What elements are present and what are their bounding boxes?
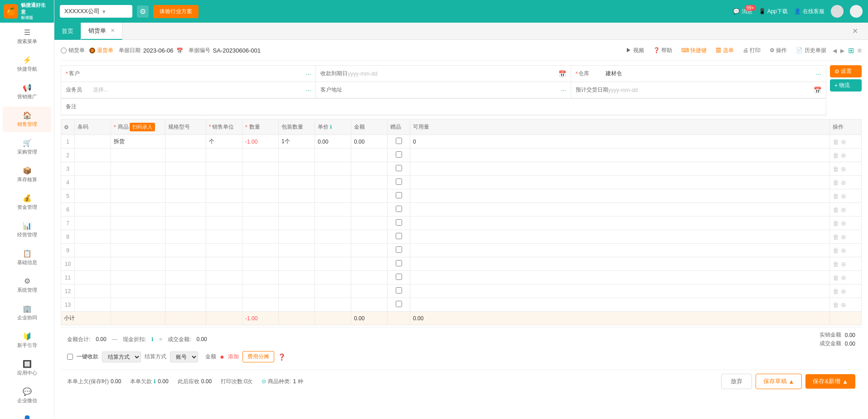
copy-icon[interactable]: ⊕ [841, 152, 846, 159]
copy-icon[interactable]: ⊕ [841, 233, 846, 241]
delete-icon[interactable]: 🗑 [833, 274, 839, 281]
row-barcode-11[interactable] [75, 271, 111, 284]
customer-input[interactable] [96, 71, 304, 77]
copy-icon[interactable]: ⊕ [841, 193, 846, 200]
select-order-btn[interactable]: ☰ 选单 [713, 45, 736, 56]
copy-icon[interactable]: ⊕ [841, 301, 846, 308]
row-gift-9[interactable] [388, 244, 410, 257]
tab-home[interactable]: 首页 [54, 23, 81, 40]
discard-button[interactable]: 放弃 [721, 374, 752, 389]
address-dots-btn[interactable]: ··· [561, 87, 566, 94]
customer-dots-btn[interactable]: ··· [306, 70, 311, 77]
fee-help-icon[interactable]: ❓ [278, 353, 286, 361]
row-barcode-13[interactable] [75, 298, 111, 312]
row-spec-3[interactable] [165, 162, 206, 176]
row-spec-13[interactable] [165, 298, 206, 312]
copy-icon[interactable]: ⊕ [841, 165, 846, 173]
history-btn[interactable]: 📄 历史单据 [793, 45, 829, 56]
one-click-checkbox[interactable] [67, 354, 73, 360]
sidebar-item-purchase[interactable]: 🛒 采购管理 [3, 134, 51, 160]
window-close-btn[interactable]: ✕ [846, 23, 864, 40]
owed-info-icon[interactable]: ℹ [154, 378, 156, 385]
row-gift-13[interactable] [388, 298, 410, 312]
radio-return-input[interactable] [89, 48, 95, 53]
row-barcode-7[interactable] [75, 217, 111, 230]
row-barcode-10[interactable] [75, 257, 111, 271]
company-selector[interactable]: XXXXXX公司 ▾ [60, 5, 132, 18]
operate-btn[interactable]: ⚙ 操作 [767, 45, 790, 56]
row-gift-10[interactable] [388, 257, 410, 271]
method-select[interactable]: 结算方式 [102, 352, 141, 362]
delete-icon[interactable]: 🗑 [833, 247, 839, 254]
delete-icon[interactable]: 🗑 [833, 301, 839, 308]
delete-icon[interactable]: 🗑 [833, 165, 839, 173]
row-gift-3[interactable] [388, 162, 410, 176]
sidebar-item-marketing[interactable]: 📢 营销推广 [3, 79, 51, 105]
sidebar-item-enterprise[interactable]: 🏢 企业协同 [3, 300, 51, 326]
tab-sales-order[interactable]: 销货单 ✕ [81, 23, 122, 40]
product-types-refresh-icon[interactable]: ⊙ [262, 378, 266, 385]
delete-icon[interactable]: 🗑 [833, 260, 839, 268]
row-spec-7[interactable] [165, 217, 206, 230]
row-barcode-4[interactable] [75, 176, 111, 189]
prev-btn[interactable]: ◀ [833, 48, 837, 54]
row-gift-4[interactable] [388, 176, 410, 189]
video-btn[interactable]: ▶ 视频 [623, 45, 646, 56]
due-date-calendar-icon[interactable]: 📅 [558, 70, 566, 77]
radio-sales[interactable]: 销货单 [61, 47, 85, 54]
add-icon[interactable]: ● [220, 353, 224, 361]
message-btn[interactable]: 💬 消息 99+ [733, 8, 752, 15]
calendar-icon[interactable]: 📅 [176, 48, 183, 54]
logistics-btn[interactable]: + 物流 [830, 79, 862, 92]
row-barcode-3[interactable] [75, 162, 111, 176]
next-btn[interactable]: ▶ [840, 48, 844, 54]
copy-icon[interactable]: ⊕ [841, 206, 846, 213]
settings-gear-icon[interactable]: ⚙ [137, 5, 149, 18]
row-spec-6[interactable] [165, 203, 206, 217]
save-new-button[interactable]: 保存&新增 ▲ [805, 374, 855, 389]
sidebar-item-sales[interactable]: 🏠 销售管理 [3, 106, 51, 132]
copy-icon[interactable]: ⊕ [841, 288, 846, 295]
discount-info-icon[interactable]: ℹ [151, 336, 154, 342]
row-spec-1[interactable] [165, 135, 206, 149]
user-avatar[interactable] [831, 5, 844, 18]
delete-icon[interactable]: 🗑 [833, 233, 839, 241]
sidebar-item-member[interactable]: 👤 畅会员 [3, 410, 51, 419]
delete-icon[interactable]: 🗑 [833, 193, 839, 200]
row-spec-5[interactable] [165, 189, 206, 203]
copy-icon[interactable]: ⊕ [841, 247, 846, 254]
sidebar-item-operations[interactable]: 📊 经营管理 [3, 217, 51, 243]
row-spec-11[interactable] [165, 271, 206, 284]
delete-icon[interactable]: 🗑 [833, 138, 839, 145]
row-gift-2[interactable] [388, 149, 410, 162]
delete-icon[interactable]: 🗑 [833, 220, 839, 227]
row-barcode-1[interactable] [75, 135, 111, 149]
row-spec-4[interactable] [165, 176, 206, 189]
sidebar-item-app-center[interactable]: 🔲 应用中心 [3, 355, 51, 381]
notes-input[interactable] [93, 104, 821, 110]
copy-icon[interactable]: ⊕ [841, 179, 846, 186]
customer-address-input[interactable] [348, 87, 559, 93]
scan-btn[interactable]: 扫码录入 [130, 123, 155, 131]
unit-price-info-icon[interactable]: ℹ [330, 124, 332, 130]
copy-icon[interactable]: ⊕ [841, 260, 846, 268]
user-avatar-2[interactable] [850, 5, 863, 18]
copy-icon[interactable]: ⊕ [841, 138, 846, 145]
row-barcode-2[interactable] [75, 149, 111, 162]
delete-icon[interactable]: 🗑 [833, 288, 839, 295]
copy-icon[interactable]: ⊕ [841, 274, 846, 281]
save-draft-button[interactable]: 保存草稿 ▲ [756, 374, 802, 389]
shortcut-btn[interactable]: ⌨ 快捷键 [679, 45, 709, 56]
fee-btn[interactable]: 费用分摊 [242, 351, 274, 362]
sidebar-item-system[interactable]: ⚙ 系统管理 [3, 272, 51, 298]
row-gift-1[interactable] [388, 135, 410, 149]
sidebar-item-wechat[interactable]: 💬 企业微信 [3, 383, 51, 409]
sidebar-item-guide[interactable]: 🔰 新手引导 [3, 327, 51, 353]
row-gift-5[interactable] [388, 189, 410, 203]
row-barcode-9[interactable] [75, 244, 111, 257]
row-gift-7[interactable] [388, 217, 410, 230]
row-gift-11[interactable] [388, 271, 410, 284]
row-gift-12[interactable] [388, 284, 410, 298]
warehouse-dots-btn[interactable]: ··· [816, 70, 821, 77]
sidebar-item-base-info[interactable]: 📋 基础信息 [3, 245, 51, 270]
